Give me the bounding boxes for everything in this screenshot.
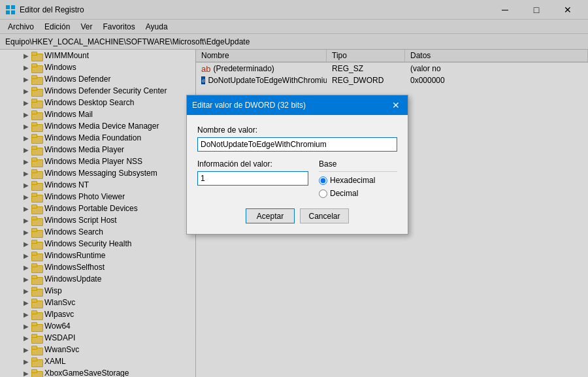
radio-hex-label[interactable]: Hexadecimal: [319, 176, 397, 185]
radio-hex-input[interactable]: [319, 176, 327, 185]
radio-dec-label[interactable]: Decimal: [319, 189, 397, 198]
dword-edit-dialog: Editar valor de DWORD (32 bits) ✕ Nombre…: [186, 95, 408, 235]
cancel-button[interactable]: Cancelar: [300, 208, 349, 223]
radio-hex-text: Hexadecimal: [330, 176, 375, 185]
dialog-overlay: Editar valor de DWORD (32 bits) ✕ Nombre…: [0, 0, 588, 377]
accept-button[interactable]: Aceptar: [246, 208, 295, 223]
dialog-col-base: Base Hexadecimal Decimal: [319, 159, 397, 198]
dialog-close-button[interactable]: ✕: [389, 99, 402, 112]
radio-dec-input[interactable]: [319, 189, 327, 198]
dialog-body: Nombre de valor: Información del valor: …: [187, 115, 408, 234]
base-label: Base: [319, 159, 397, 172]
field-name-label: Nombre de valor:: [197, 125, 397, 135]
field-name-input[interactable]: [197, 137, 397, 152]
field-info-label: Información del valor:: [197, 159, 308, 169]
dialog-row-value-base: Información del valor: Base Hexadecimal …: [197, 159, 397, 198]
radio-dec-text: Decimal: [330, 189, 358, 198]
dialog-title: Editar valor de DWORD (32 bits): [192, 101, 306, 110]
radio-group-base: Hexadecimal Decimal: [319, 176, 397, 198]
dialog-buttons: Aceptar Cancelar: [197, 208, 397, 223]
dialog-titlebar: Editar valor de DWORD (32 bits) ✕: [187, 95, 408, 115]
dialog-col-value: Información del valor:: [197, 159, 308, 198]
field-info-input[interactable]: [197, 171, 308, 186]
